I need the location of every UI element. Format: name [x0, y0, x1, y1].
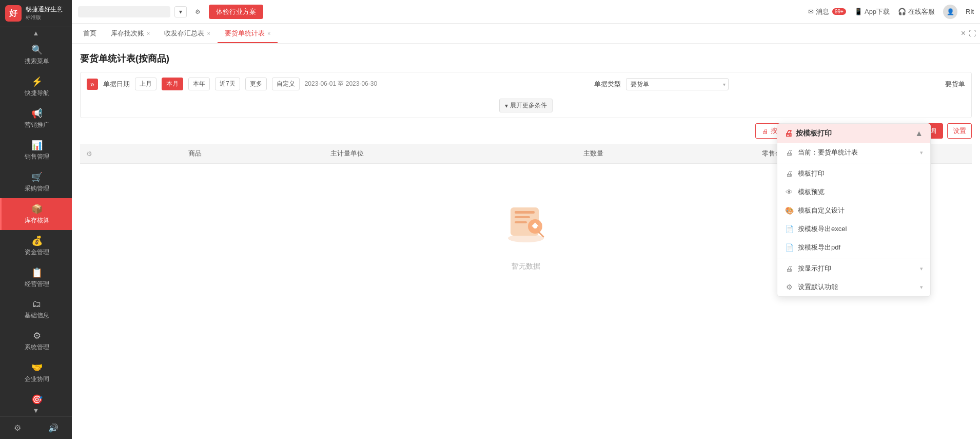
- tab-bar-right: × ⛶: [961, 29, 976, 38]
- username-label: Rit: [966, 8, 974, 15]
- expand-more-btn[interactable]: ▾ 展开更多条件: [499, 99, 553, 112]
- template-preview-icon: 👁: [785, 188, 794, 196]
- date-btn-this-year[interactable]: 本年: [188, 78, 210, 90]
- tab-batch-account-close[interactable]: ×: [147, 30, 150, 36]
- dropdown-close-btn[interactable]: ▲: [915, 129, 923, 138]
- tab-home[interactable]: 首页: [76, 25, 104, 42]
- avatar[interactable]: 👤: [943, 5, 957, 19]
- tab-order-stats-label: 要货单统计表: [225, 29, 265, 38]
- dropdown-item-set-default[interactable]: ⚙ 设置默认功能 ▾: [777, 278, 930, 296]
- online-service-btn[interactable]: 🎧 在线客服: [898, 7, 935, 16]
- date-btn-last-month[interactable]: 上月: [135, 78, 156, 90]
- dropdown-current-template[interactable]: 🖨 当前：要货单统计表 ▾: [777, 143, 930, 162]
- dropdown-print-icon: 🖨: [785, 129, 793, 138]
- dropdown-item-template-print[interactable]: 🖨 模板打印: [777, 164, 930, 183]
- tab-receipt-summary-close[interactable]: ×: [207, 30, 210, 36]
- sidebar-item-inventory[interactable]: 📦 库存核算: [0, 198, 72, 230]
- sidebar-item-finance-label: 资金管理: [25, 248, 49, 257]
- date-btn-more[interactable]: 更多: [245, 78, 267, 90]
- tab-order-stats[interactable]: 要货单统计表 ×: [218, 25, 278, 43]
- settings-btn[interactable]: 设置: [947, 123, 972, 139]
- system-icon: ⚙: [33, 330, 41, 341]
- table-gear-icon[interactable]: ⚙: [86, 150, 92, 158]
- print-icon: 🖨: [762, 127, 769, 135]
- col-qty: 主数量: [577, 144, 756, 164]
- sidebar-item-collab-label: 企业协同: [25, 375, 49, 384]
- set-default-label: 设置默认功能: [798, 282, 838, 292]
- tab-bar-expand-btn[interactable]: ⛶: [969, 29, 976, 37]
- page-content: 要货单统计表(按商品) » 单据日期 上月 本月 本年 近7天 更多 自定义 2…: [72, 44, 980, 439]
- sidebar-item-sales[interactable]: 📊 销售管理: [0, 135, 72, 166]
- date-btn-7days[interactable]: 近7天: [215, 78, 240, 90]
- type-select[interactable]: 要货单: [626, 78, 729, 90]
- expand-more-label: 展开更多条件: [510, 101, 547, 110]
- speaker-bottom-btn[interactable]: 🔊: [44, 421, 63, 435]
- tab-receipt-summary[interactable]: 收发存汇总表 ×: [157, 25, 217, 42]
- date-range-text: 2023-06-01 至 2023-06-30: [305, 80, 377, 88]
- sidebar-item-finance[interactable]: 💰 资金管理: [0, 230, 72, 262]
- dropdown-item-export-excel[interactable]: 📄 按模板导出excel: [777, 220, 930, 238]
- template-preview-label: 模板预览: [798, 187, 825, 197]
- breadcrumb-input[interactable]: [78, 6, 170, 17]
- export-pdf-left: 📄 按模板导出pdf: [785, 243, 840, 252]
- date-btn-this-month[interactable]: 本月: [162, 78, 183, 90]
- sidebar-item-system[interactable]: ⚙ 系统管理: [0, 325, 72, 357]
- dropdown-chevron-btn[interactable]: ▾: [174, 6, 187, 17]
- tab-order-stats-close[interactable]: ×: [267, 30, 270, 36]
- template-preview-left: 👁 模板预览: [785, 187, 825, 197]
- avatar-icon: 👤: [947, 8, 954, 15]
- date-btn-custom[interactable]: 自定义: [272, 78, 300, 90]
- finance-icon: 💰: [31, 235, 43, 246]
- dropdown-header[interactable]: 🖨 按模板打印 ▲: [777, 124, 930, 143]
- messages-btn[interactable]: ✉ 消息 99+: [808, 7, 846, 16]
- filter-toggle-btn[interactable]: »: [87, 79, 98, 90]
- export-excel-label: 按模板导出excel: [798, 224, 847, 234]
- template-design-left: 🎨 模板自定义设计: [785, 206, 845, 215]
- svg-point-6: [533, 224, 537, 228]
- sidebar-item-quicknav[interactable]: ⚡ 快捷导航: [0, 71, 72, 103]
- tab-batch-account[interactable]: 库存批次账 ×: [104, 25, 157, 42]
- app-name: 畅捷通好生意: [26, 6, 63, 14]
- sidebar-item-basic[interactable]: 🗂 基础信息: [0, 294, 72, 325]
- dropdown-header-left: 🖨 按模板打印: [785, 129, 832, 138]
- industry-plan-button[interactable]: 体验行业方案: [209, 5, 263, 19]
- dropdown-item-display-print[interactable]: 🖨 按显示打印 ▾: [777, 259, 930, 278]
- tab-bar-close-all-btn[interactable]: ×: [961, 29, 966, 38]
- order-type-label: 要货单: [945, 80, 965, 89]
- sidebar-item-collab[interactable]: 🤝 企业协同: [0, 357, 72, 389]
- inventory-icon: 📦: [31, 203, 43, 215]
- empty-text: 暂无数据: [512, 262, 540, 271]
- sidebar-item-marketing-label: 营销推广: [25, 121, 49, 129]
- tab-home-label: 首页: [83, 29, 96, 38]
- messages-label: 消息: [816, 7, 829, 16]
- sidebar-item-operation[interactable]: 📋 经营管理: [0, 262, 72, 294]
- sidebar-item-purchase[interactable]: 🛒 采购管理: [0, 166, 72, 198]
- gear-header-btn[interactable]: ⚙: [191, 7, 205, 17]
- scroll-down-btn[interactable]: ▼: [0, 405, 72, 416]
- sidebar-item-guide[interactable]: 🎯 新手引导: [0, 389, 72, 405]
- empty-illustration: [500, 195, 552, 256]
- template-print-label: 模板打印: [798, 169, 825, 178]
- dropdown-item-template-preview[interactable]: 👁 模板预览: [777, 183, 930, 201]
- col-gear[interactable]: ⚙: [80, 144, 182, 164]
- scroll-up-btn[interactable]: ▲: [0, 27, 72, 39]
- dropdown-item-export-pdf[interactable]: 📄 按模板导出pdf: [777, 238, 930, 257]
- export-pdf-label: 按模板导出pdf: [798, 243, 840, 252]
- svg-rect-3: [515, 216, 530, 218]
- sidebar-item-search[interactable]: 🔍 搜索菜单: [0, 39, 72, 71]
- set-default-arrow: ▾: [920, 284, 923, 291]
- dropdown-item-template-design[interactable]: 🎨 模板自定义设计: [777, 201, 930, 220]
- dropdown-divider-2: [777, 258, 930, 258]
- app-download-label: App下载: [865, 7, 890, 16]
- set-default-left: ⚙ 设置默认功能: [785, 282, 838, 292]
- page-title: 要货单统计表(按商品): [80, 52, 972, 65]
- export-excel-icon: 📄: [785, 225, 794, 233]
- app-download-btn[interactable]: 📱 App下载: [854, 7, 890, 16]
- settings-bottom-btn[interactable]: ⚙: [10, 421, 25, 435]
- sidebar-item-marketing[interactable]: 📢 营销推广: [0, 103, 72, 135]
- sidebar-bottom: ⚙ 🔊: [0, 416, 72, 439]
- action-bar: 🖨 按模板打印 ▲ ↗ 导出 ↻ 刷新 ··· 查询 设置: [80, 123, 972, 139]
- svg-rect-4: [515, 221, 527, 223]
- template-print-left: 🖨 模板打印: [785, 169, 825, 178]
- print-dropdown-menu: 🖨 按模板打印 ▲ 🖨 当前：要货单统计表 ▾ 🖨: [777, 123, 931, 297]
